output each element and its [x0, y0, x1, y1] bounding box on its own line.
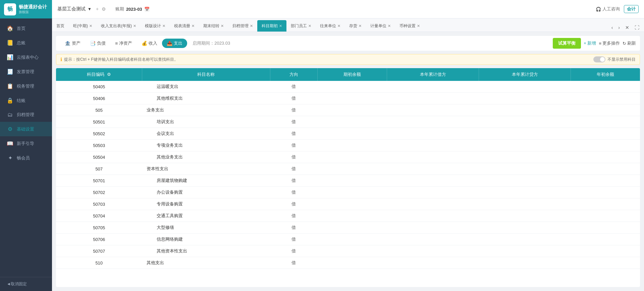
balance-btn[interactable]: 试算平衡 [553, 38, 581, 49]
chevron-down-icon[interactable]: ▼ [88, 7, 92, 11]
sidebar-item-invoice[interactable]: 🧾 发票管理 [0, 64, 52, 79]
sidebar-item-close[interactable]: 🔒 结账 [0, 93, 52, 108]
tab-close-dept[interactable]: ✕ [308, 24, 311, 28]
tab-template[interactable]: 模版设计✕ [141, 20, 170, 32]
support-btn[interactable]: 🎧 人工咨询 [596, 6, 620, 12]
sidebar-item-tax[interactable]: 📋 税务管理 [0, 79, 52, 93]
add-btn[interactable]: + 新增 [584, 40, 596, 46]
tab-close-subject_init[interactable]: ✕ [279, 24, 282, 28]
cell-name: 运温暖支出 [142, 81, 270, 93]
tab-archive[interactable]: 归档管理✕ [228, 20, 257, 32]
cell-opening [317, 104, 387, 116]
table-row[interactable]: 50707 其他资本性支出 借 [56, 245, 640, 257]
tab-home[interactable]: 首页 [52, 20, 69, 32]
role-badge[interactable]: 会计 [624, 5, 639, 13]
table-row[interactable]: 50504 其他业务支出 借 [56, 151, 640, 163]
settings-icon[interactable]: ⚙ [102, 6, 106, 12]
tab-close-period_end[interactable]: ✕ [221, 24, 224, 28]
tab-controls: ‹ › ✕ ⛶ [609, 23, 644, 32]
table-row[interactable]: 50705 大型修缮 借 [56, 222, 640, 234]
liability-filter-icon: 📑 [90, 41, 96, 46]
table-row[interactable]: 507 资本性支出 借 [56, 163, 640, 175]
tab-subject_init[interactable]: 科目期初✕ [257, 20, 286, 32]
tab-partner[interactable]: 往来单位✕ [316, 20, 345, 32]
table-row[interactable]: 50703 专用设备购置 借 [56, 198, 640, 210]
sidebar-item-guide[interactable]: 📖 新手引导 [0, 136, 52, 151]
table-row[interactable]: 510 其他支出 借 [56, 257, 640, 269]
filter-tab-income[interactable]: 💰 收入 [137, 39, 162, 48]
tab-close-unit[interactable]: ✕ [388, 24, 391, 28]
filter-tab-asset[interactable]: 🏦 资产 [60, 39, 85, 48]
filter-period: 启用期间：2023.03 [193, 40, 230, 46]
table-row[interactable]: 50701 房屋建筑物购建 借 [56, 175, 640, 187]
table-wrap[interactable]: 科目编码 ⚙ 科目名称 方向 期初余额 本年累计借方 本年累计贷方 年初余额 [56, 68, 640, 287]
table-row[interactable]: 50706 信息网络购建 借 [56, 234, 640, 245]
cell-ytd-credit [479, 245, 571, 257]
filter-tab-net_asset[interactable]: ≡ 净资产 [110, 39, 137, 48]
sidebar-item-archive[interactable]: 🗂 归档管理 [0, 108, 52, 122]
tab-scroll-left[interactable]: ‹ [609, 23, 615, 32]
topbar: 基层工会测试 ▼ ＋ ⚙ 账期 2023-03 📅 🎧 人工咨询 会计 [52, 0, 644, 18]
calendar-icon[interactable]: 📅 [144, 7, 150, 12]
tab-income[interactable]: 收入支出表(年报)✕ [97, 20, 141, 32]
disable-toggle[interactable] [593, 56, 605, 62]
filter-tab-label-expenditure: 支出 [174, 40, 182, 46]
cell-opening [317, 81, 387, 93]
project-selector[interactable]: 基层工会测试 ▼ ＋ ⚙ [57, 6, 106, 12]
table-row[interactable]: 50704 交通工具购置 借 [56, 210, 640, 222]
tab-scroll-right[interactable]: › [616, 23, 622, 32]
sidebar-item-settings[interactable]: ⚙ 基础设置 [0, 122, 52, 136]
tab-tax[interactable]: 税表清册✕ [170, 20, 199, 32]
table-row[interactable]: 50702 办公设备购置 借 [56, 187, 640, 198]
cell-name: 业务支出 [142, 104, 270, 116]
table-row[interactable]: 50502 会议支出 借 [56, 128, 640, 140]
tab-close-template[interactable]: ✕ [162, 24, 165, 28]
sidebar-label-guide: 新手引导 [17, 141, 34, 147]
filter-tab-liability[interactable]: 📑 负债 [85, 39, 110, 48]
cell-ytd-credit [479, 210, 571, 222]
table-row[interactable]: 50501 培训支出 借 [56, 116, 640, 128]
tab-inventory[interactable]: 存货✕ [345, 20, 366, 32]
settings-col-icon[interactable]: ⚙ [107, 72, 111, 77]
sidebar-item-reports[interactable]: 📊 云报表中心 [0, 50, 52, 64]
cell-ytd-debit [387, 245, 479, 257]
cell-dir: 借 [270, 175, 317, 187]
tab-dept[interactable]: 部门员工✕ [286, 20, 316, 32]
more-btn[interactable]: ≡ 更多操作 [599, 40, 620, 46]
tab-period[interactable]: 旺(中期)✕ [69, 20, 97, 32]
tab-unit[interactable]: 计量单位✕ [366, 20, 395, 32]
tab-close-currency[interactable]: ✕ [417, 24, 420, 28]
cell-year-opening [571, 234, 640, 245]
filter-tab-label-liability: 负债 [97, 40, 106, 46]
vip-icon: ✦ [7, 155, 13, 161]
sidebar-item-home[interactable]: 🏠 首页 [0, 21, 52, 36]
tab-label-period: 旺(中期) [73, 23, 88, 29]
add-icon[interactable]: ＋ [95, 6, 100, 12]
cell-code: 505 [56, 104, 142, 116]
cell-code: 50501 [56, 116, 142, 128]
cell-ytd-debit [387, 93, 479, 104]
tab-close-archive[interactable]: ✕ [250, 24, 253, 28]
table-row[interactable]: 50406 其他维权支出 借 [56, 93, 640, 104]
table-row[interactable]: 50503 专项业务支出 借 [56, 140, 640, 151]
table-row[interactable]: 50405 运温暖支出 借 [56, 81, 640, 93]
tab-close-inventory[interactable]: ✕ [359, 24, 362, 28]
tab-close-all[interactable]: ✕ [623, 23, 631, 32]
tab-close-partner[interactable]: ✕ [337, 24, 340, 28]
net_asset-filter-icon: ≡ [115, 41, 118, 46]
tab-close-income[interactable]: ✕ [133, 24, 136, 28]
filter-tab-expenditure[interactable]: 📤 支出 [162, 39, 187, 48]
tab-label-subject_init: 科目期初 [262, 23, 278, 29]
table-row[interactable]: 505 业务支出 借 [56, 104, 640, 116]
sidebar-item-vip[interactable]: ✦ 畅会员 [0, 151, 52, 165]
tab-period_end[interactable]: 期末结转✕ [199, 20, 228, 32]
sidebar-item-ledger[interactable]: 📒 总账 [0, 36, 52, 50]
tab-close-period[interactable]: ✕ [89, 24, 92, 28]
sidebar-footer[interactable]: ◄取消固定 [0, 277, 52, 291]
tab-expand[interactable]: ⛶ [633, 23, 641, 32]
refresh-btn[interactable]: ↻ 刷新 [623, 40, 636, 46]
cell-dir: 借 [270, 187, 317, 198]
tab-close-tax[interactable]: ✕ [192, 24, 195, 28]
tab-currency[interactable]: 币种设置✕ [395, 20, 424, 32]
expenditure-filter-icon: 📤 [167, 41, 172, 46]
